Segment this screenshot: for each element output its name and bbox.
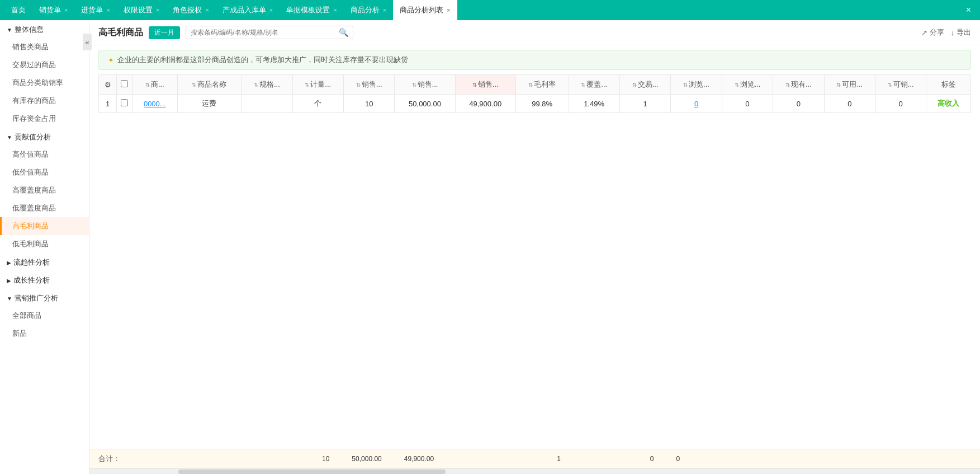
close-icon[interactable]: ×	[106, 7, 110, 13]
content-area: 高毛利商品 近一月 🔍 ↗ 分享 ↓ 导出 ✦ 企业的主要的利润都是这部分商品创…	[89, 20, 980, 474]
sidebar: ▼ 整体信息 销售类商品 交易过的商品 商品分类助销率 有库存的商品 库存资金占…	[0, 20, 89, 474]
col-settings[interactable]: ⚙	[99, 75, 117, 95]
sidebar-group-growth[interactable]: ▶ 成长性分析	[0, 271, 89, 289]
close-icon[interactable]: ×	[269, 7, 273, 13]
col-trade-header[interactable]: ⇅ 交易...	[619, 75, 670, 95]
cell-view2: 0	[722, 95, 773, 113]
sidebar-item-high-margin[interactable]: 高毛利商品	[0, 217, 89, 235]
close-icon[interactable]: ×	[205, 7, 209, 13]
sort-icon: ⇅	[305, 82, 309, 88]
col-coverage-header[interactable]: ⇅ 覆盖...	[569, 75, 619, 95]
table-footer: 合计： 10 50,000.00 49,900.00 1 0 0	[89, 449, 980, 468]
sort-icon: ⇅	[145, 82, 150, 88]
cell-saleable: 0	[875, 95, 926, 113]
col-current-header[interactable]: ⇅ 现有...	[773, 75, 824, 95]
close-icon[interactable]: ×	[156, 7, 159, 13]
nav-sales-order[interactable]: 销货单 ×	[32, 0, 74, 20]
col-tag-header[interactable]: 标签	[926, 75, 971, 95]
sidebar-group-overall[interactable]: ▼ 整体信息	[0, 20, 89, 38]
col-gross-margin-header[interactable]: ⇅ 毛利率	[515, 75, 569, 95]
sidebar-item-traded-goods[interactable]: 交易过的商品	[0, 56, 89, 74]
sidebar-item-in-stock[interactable]: 有库存的商品	[0, 92, 89, 110]
search-box: 🔍	[186, 26, 353, 39]
cell-checkbox[interactable]	[117, 95, 132, 113]
close-icon[interactable]: ×	[333, 7, 337, 13]
footer-current: 0	[639, 455, 665, 463]
footer-sales-amount: 50,000.00	[340, 455, 392, 463]
nav-product-analysis[interactable]: 商品分析 ×	[344, 0, 393, 20]
horizontal-scrollbar[interactable]	[89, 468, 980, 474]
sidebar-item-high-value[interactable]: 高价值商品	[0, 146, 89, 163]
close-icon[interactable]: ×	[447, 7, 450, 13]
col-sales-amount-header[interactable]: ⇅ 销售...	[395, 75, 455, 95]
cell-index: 1	[99, 95, 117, 113]
share-icon: ↗	[921, 29, 927, 37]
sidebar-item-low-value[interactable]: 低价值商品	[0, 163, 89, 181]
sidebar-group-contribution[interactable]: ▼ 贡献值分析	[0, 128, 89, 146]
sidebar-item-inventory-fund[interactable]: 库存资金占用	[0, 110, 89, 128]
col-checkbox[interactable]	[117, 75, 132, 95]
cell-sales-qty: 10	[343, 95, 394, 113]
col-available-header[interactable]: ⇅ 可用...	[824, 75, 875, 95]
search-icon[interactable]: 🔍	[339, 28, 348, 37]
close-icon[interactable]: ×	[383, 7, 386, 13]
cell-sales-amount: 50,000.00	[395, 95, 455, 113]
footer-label: 合计：	[98, 454, 121, 464]
sidebar-item-low-coverage[interactable]: 低覆盖度商品	[0, 199, 89, 217]
nav-product-analysis-list[interactable]: 商品分析列表 ×	[393, 0, 457, 20]
content-header: 高毛利商品 近一月 🔍 ↗ 分享 ↓ 导出	[89, 20, 980, 45]
top-navigation: 首页 销货单 × 进货单 × 权限设置 × 角色授权 × 产成品入库单 × 单据…	[0, 0, 980, 20]
row-checkbox[interactable]	[121, 99, 128, 106]
col-view2-header[interactable]: ⇅ 浏览...	[722, 75, 773, 95]
col-spec-header[interactable]: ⇅ 规格...	[242, 75, 292, 95]
share-button[interactable]: ↗ 分享	[921, 27, 944, 37]
sort-icon: ⇅	[581, 82, 585, 88]
sidebar-item-high-coverage[interactable]: 高覆盖度商品	[0, 181, 89, 199]
select-all-checkbox[interactable]	[121, 80, 128, 87]
sidebar-item-low-margin[interactable]: 低毛利商品	[0, 235, 89, 253]
scrollbar-thumb[interactable]	[178, 470, 446, 474]
settings-icon[interactable]: ⚙	[105, 81, 111, 89]
close-icon[interactable]: ×	[64, 7, 68, 13]
sidebar-item-category-rate[interactable]: 商品分类助销率	[0, 74, 89, 92]
nav-role-auth[interactable]: 角色授权 ×	[166, 0, 215, 20]
col-sales-cost-header[interactable]: ⇅ 销售...	[455, 75, 515, 95]
page-title: 高毛利商品	[98, 27, 143, 39]
export-button[interactable]: ↓ 导出	[951, 27, 972, 37]
col-saleable-header[interactable]: ⇅ 可销...	[875, 75, 926, 95]
col-view1-header[interactable]: ⇅ 浏览...	[671, 75, 722, 95]
sidebar-group-marketing[interactable]: ▼ 营销推广分析	[0, 289, 89, 307]
nav-purchase-order[interactable]: 进货单 ×	[74, 0, 116, 20]
nav-permission-settings[interactable]: 权限设置 ×	[117, 0, 166, 20]
sidebar-item-sales-goods[interactable]: 销售类商品	[0, 38, 89, 56]
period-button[interactable]: 近一月	[149, 26, 180, 39]
cell-code[interactable]: 0000...	[132, 95, 178, 113]
nav-template-settings[interactable]: 单据模板设置 ×	[280, 0, 343, 20]
sort-icon: ⇅	[785, 82, 790, 88]
nav-home[interactable]: 首页	[4, 0, 32, 20]
sort-icon: ⇅	[836, 82, 841, 88]
sidebar-collapse-button[interactable]: «	[83, 34, 92, 50]
chevron-down-icon: ▼	[7, 134, 12, 140]
cell-view1[interactable]: 0	[671, 95, 722, 113]
info-banner: ✦ 企业的主要的利润都是这部分商品创造的，可考虑加大推广，同时关注库存量不要出现…	[98, 50, 971, 70]
sidebar-item-new-goods[interactable]: 新品	[0, 325, 89, 342]
sidebar-item-all-goods[interactable]: 全部商品	[0, 307, 89, 325]
header-actions: ↗ 分享 ↓ 导出	[921, 27, 972, 37]
info-icon: ✦	[108, 56, 114, 64]
footer-trade: 1	[546, 455, 572, 463]
sort-icon: ⇅	[254, 82, 258, 88]
col-code-header[interactable]: ⇅ 商...	[132, 75, 178, 95]
sort-icon: ⇅	[632, 82, 637, 88]
search-input[interactable]	[191, 29, 339, 36]
table-container[interactable]: ⚙ ⇅ 商... ⇅	[89, 74, 980, 449]
sort-icon: ⇅	[472, 82, 477, 88]
col-name-header[interactable]: ⇅ 商品名称	[177, 75, 242, 95]
col-sales-qty-header[interactable]: ⇅ 销售...	[343, 75, 394, 95]
sidebar-group-trend[interactable]: ▶ 流趋性分析	[0, 253, 89, 271]
sort-icon: ⇅	[683, 82, 688, 88]
close-all-button[interactable]: ×	[962, 5, 976, 15]
col-unit-header[interactable]: ⇅ 计量...	[292, 75, 343, 95]
nav-product-inbound[interactable]: 产成品入库单 ×	[216, 0, 280, 20]
sort-icon: ⇅	[412, 82, 416, 88]
